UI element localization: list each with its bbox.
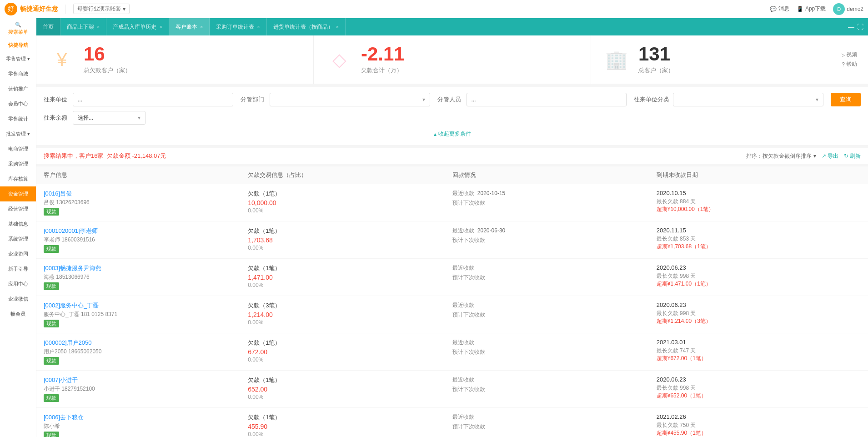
search-menu-button[interactable]: 🔍 搜索菜单 [4,22,32,35]
close-icon[interactable]: × [97,24,100,30]
debt-amount-2[interactable]: 1,703.68 [248,236,452,244]
content-area: 首页 商品上下架 × 产成品入库单历史 × 客户账本 × 采购订单统计表 × [36,18,868,437]
cell-debt-7: 欠款（1笔） 455.90 0.00% [248,413,452,437]
cell-payback-5: 最近收款 预计下次收款 [452,339,657,356]
filter-select-balance[interactable]: 选择... ▾ [73,111,146,125]
expand-icon[interactable]: ⛶ [857,23,863,30]
tab-product-history[interactable]: 产成品入库单历史 × [106,18,169,35]
sidebar-item-inventory[interactable]: 库存核算 [0,171,36,186]
debt-ratio-7: 0.00% [248,431,452,437]
chevron-up-icon: ▴ [434,131,437,137]
customer-name-3[interactable]: 畅捷服务尹海燕 [60,265,101,271]
overdue-amount-7[interactable]: 超期¥455.90（1笔） [657,429,861,437]
tab-product-online[interactable]: 商品上下架 × [60,18,106,35]
customer-name-6[interactable]: 小进干 [60,377,78,383]
video-icon: ▷ [841,52,845,58]
sidebar-item-member[interactable]: 会员中心 [0,96,36,111]
minimize-icon[interactable]: — [848,23,854,30]
collapse-filters-button[interactable]: ▴ 收起更多条件 [434,128,471,140]
export-button[interactable]: ↗ 导出 [822,152,838,160]
customer-code-7[interactable]: [0006] [44,414,60,421]
message-button[interactable]: 💬 消息 [770,5,789,13]
sidebar-item-biz-mgmt[interactable]: 经营管理 [0,201,36,216]
customer-code-1[interactable]: [0016] [44,190,60,197]
store-selector[interactable]: 母婴行业演示账套 ▾ [73,4,130,14]
debt-amount-3[interactable]: 1,471.00 [248,274,452,281]
overdue-amount-6[interactable]: 超期¥652.00（1笔） [657,392,861,400]
customer-code-3[interactable]: [0003] [44,265,60,271]
sidebar-item-ecom-mgmt[interactable]: 电商管理 [0,141,36,156]
overdue-amount-4[interactable]: 超期¥1,214.00（3笔） [657,317,861,325]
cell-payback-6: 最近收款 预计下次收款 [452,376,657,393]
sidebar-item-marketing[interactable]: 营销推广 [0,81,36,96]
sidebar-item-retail-mgmt[interactable]: 零售管理 ▾ [0,51,36,66]
sidebar-item-app-center[interactable]: 应用中心 [0,276,36,291]
sidebar-item-sys-mgmt[interactable]: 系统管理 [0,231,36,246]
next-payment-7: 预计下次收款 [452,423,657,431]
results-prefix: 搜索结果中，客户 [44,152,91,159]
customer-contact-6: 小进干 18279152100 [44,385,248,393]
top-bar-right: 💬 消息 📱 App下载 D demo2 [770,3,863,15]
sidebar-item-vip-member[interactable]: 畅会员 [0,306,36,321]
customer-name-2[interactable]: 李老师 [80,227,98,234]
overdue-amount-1[interactable]: 超期¥10,000.00（1笔） [657,206,861,213]
customer-tag-7: 现款 [44,432,59,437]
customer-name-1[interactable]: 吕俊 [60,190,72,197]
export-icon: ↗ [822,153,826,159]
sidebar-item-retail-mall[interactable]: 零售商城 [0,66,36,81]
user-area[interactable]: D demo2 [833,3,863,15]
overdue-amount-3[interactable]: 超期¥1,471.00（1笔） [657,280,861,288]
app-download-button[interactable]: 📱 App下载 [797,5,826,13]
sidebar-item-basic-info[interactable]: 基础信息 [0,216,36,231]
debt-amount-7[interactable]: 455.90 [248,423,452,430]
debt-amount-1[interactable]: 10,000.00 [248,199,452,206]
debt-ratio-6: 0.00% [248,394,452,400]
tab-customer-account[interactable]: 客户账本 × [169,18,210,35]
sidebar-item-company-coop[interactable]: 企业协同 [0,246,36,261]
video-button[interactable]: ▷ 视频 [841,51,857,59]
sort-area: 排序：按欠款金额倒序排序 ▾ [746,152,816,160]
debt-amount-4[interactable]: 1,214.00 [248,311,452,318]
customer-tag-5: 现款 [44,357,59,365]
filter-input-manager[interactable]: ... [467,93,627,106]
next-payment-4: 预计下次收款 [452,311,657,319]
customer-name-7[interactable]: 去下粮仓 [60,414,84,421]
sidebar-item-newbie[interactable]: 新手引导 [0,261,36,276]
close-icon[interactable]: × [200,24,203,30]
customer-code-5[interactable]: [000002] [44,339,67,346]
customer-code-6[interactable]: [0007] [44,377,60,383]
sidebar-item-finance[interactable]: 资金管理 [0,186,36,201]
filter-input-partner[interactable]: ... [73,93,233,106]
customer-name-5[interactable]: 用户2050 [67,339,92,346]
overdue-amount-2[interactable]: 超期¥1,703.68（1笔） [657,243,861,251]
sidebar-item-quick-nav[interactable]: 快捷导航 [0,39,36,51]
customer-name-4[interactable]: 服务中心_丁磊 [60,302,99,309]
close-icon[interactable]: × [159,24,162,30]
query-button[interactable]: 查询 [831,93,861,106]
close-icon[interactable]: × [336,24,339,30]
debt-amount-6[interactable]: 652.00 [248,386,452,393]
sidebar-item-enterprise-wx[interactable]: 企业微信 [0,291,36,306]
video-label: 视频 [846,51,857,59]
tab-purchase-order[interactable]: 采购订单统计表 × [210,18,266,35]
main-area: 🔍 搜索菜单 快捷导航 零售管理 ▾ 零售商城 营销推广 会员中心 零售统计 [0,18,868,437]
last-payment-1: 最近收款 2020-10-15 [452,190,657,197]
tab-home[interactable]: 首页 [36,18,60,35]
customer-code-2[interactable]: [0001020001] [44,227,80,234]
tab-instock-stats[interactable]: 进货单统计表（按商品） × [267,18,346,35]
sidebar-item-batch-mgmt[interactable]: 批发管理 ▾ [0,126,36,141]
sidebar-item-purchase-mgmt[interactable]: 采购管理 [0,156,36,171]
sidebar-item-retail-stats[interactable]: 零售统计 [0,111,36,126]
filter-select-department[interactable]: ▾ [270,93,430,106]
help-button[interactable]: ? 帮助 [842,60,857,68]
cell-due-3: 2020.06.23 最长欠款 998 天 超期¥1,471.00（1笔） [657,264,861,288]
filter-select-category[interactable]: ▾ [673,93,823,106]
cell-due-7: 2021.02.26 最长欠款 750 天 超期¥455.90（1笔） [657,413,861,437]
chevron-down-icon[interactable]: ▾ [813,153,816,159]
stat-number-debt-customers: 16 [84,45,131,64]
customer-code-4[interactable]: [0002] [44,302,60,309]
refresh-button[interactable]: ↻ 刷新 [844,152,861,160]
overdue-amount-5[interactable]: 超期¥672.00（1笔） [657,355,861,362]
close-icon[interactable]: × [257,24,260,30]
debt-amount-5[interactable]: 672.00 [248,348,452,356]
